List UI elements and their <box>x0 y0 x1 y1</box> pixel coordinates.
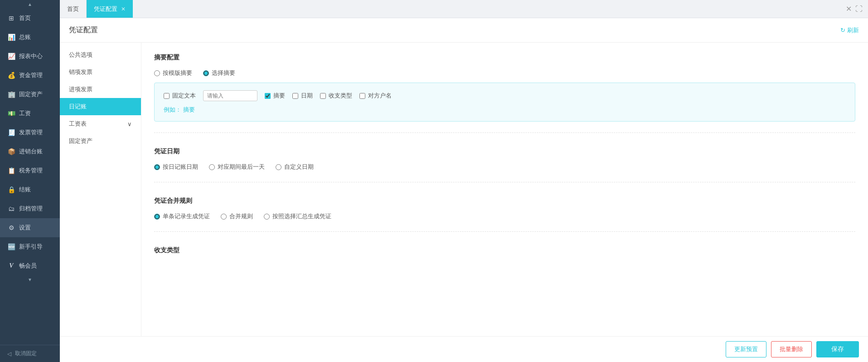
batch-delete-button[interactable]: 批量删除 <box>771 341 812 357</box>
radio-merge[interactable]: 合并规则 <box>221 212 253 220</box>
radio-merge-label: 合并规则 <box>229 212 253 220</box>
summary-config-title: 摘要配置 <box>154 54 855 62</box>
invoice-icon: 🧾 <box>7 129 15 136</box>
reports-icon: 📈 <box>7 53 15 60</box>
sidebar-item-label: 工资 <box>19 109 31 117</box>
summary-example: 例如： 摘要 <box>164 106 846 114</box>
sidebar-item-home[interactable]: ⊞ 首页 <box>0 9 60 28</box>
sidebar-item-purchase[interactable]: 📦 进销台账 <box>0 142 60 161</box>
sidebar-item-settings[interactable]: ⚙ 设置 <box>0 218 60 237</box>
sidebar-scroll-up[interactable]: ▲ <box>0 0 60 9</box>
sidebar-item-label: 资金管理 <box>19 71 43 79</box>
income-type-section: 收支类型 <box>154 246 855 273</box>
left-nav-public-label: 公共选项 <box>69 51 92 59</box>
window-expand-button[interactable]: ⛶ <box>855 5 863 13</box>
tab-actions: ✕ ⛶ <box>846 5 868 13</box>
sidebar-item-label: 归档管理 <box>19 205 43 213</box>
radio-summary-generate[interactable]: 按照选择汇总生成凭证 <box>264 212 331 220</box>
summary-mode-radio-group: 按模版摘要 选择摘要 <box>154 69 855 77</box>
guide-icon: 🆕 <box>7 243 15 250</box>
vip-icon: V <box>7 262 15 269</box>
checkbox-date[interactable]: 日期 <box>292 92 313 100</box>
left-nav-fixed-assets-label: 固定资产 <box>69 137 92 145</box>
voucher-date-radio-group: 按日记账日期 对应期间最后一天 自定义日期 <box>154 163 855 171</box>
sidebar-item-funds[interactable]: 💰 资金管理 <box>0 66 60 85</box>
window-close-button[interactable]: ✕ <box>846 5 852 13</box>
left-nav-payroll[interactable]: 工资表 ∨ <box>60 115 141 132</box>
checkbox-summary[interactable]: 摘要 <box>265 92 285 100</box>
radio-select-summary[interactable]: 选择摘要 <box>203 69 235 77</box>
update-preview-button[interactable]: 更新预置 <box>726 341 766 357</box>
right-content: 摘要配置 按模版摘要 选择摘要 固定文本 <box>141 43 868 336</box>
archive-icon: 🗂 <box>7 205 15 212</box>
sidebar-item-ledger[interactable]: 📊 总账 <box>0 28 60 47</box>
tab-bar: 首页 凭证配置 ✕ ✕ ⛶ <box>60 0 868 18</box>
sidebar-item-label: 固定资产 <box>19 90 43 98</box>
radio-single[interactable]: 单条记录生成凭证 <box>154 212 210 220</box>
tab-close-button[interactable]: ✕ <box>121 6 126 12</box>
voucher-date-section: 凭证日期 按日记账日期 对应期间最后一天 自定义日期 <box>154 147 855 182</box>
sidebar-item-label: 设置 <box>19 224 31 232</box>
sidebar-item-invoice[interactable]: 🧾 发票管理 <box>0 123 60 142</box>
sidebar: ▲ ⊞ 首页 📊 总账 📈 报表中心 💰 资金管理 🏢 固定资产 💵 工资 🧾 … <box>0 0 60 362</box>
sidebar-item-vip[interactable]: V 畅会员 <box>0 256 60 275</box>
content-layout: 公共选项 销项发票 进项发票 日记账 工资表 ∨ 固定资产 摘要配置 <box>60 43 868 336</box>
radio-journal-date[interactable]: 按日记账日期 <box>154 163 198 171</box>
tab-home[interactable]: 首页 <box>60 0 87 18</box>
refresh-button[interactable]: ↻ 刷新 <box>840 26 859 34</box>
checkbox-counterparty-label: 对方户名 <box>368 92 392 100</box>
radio-period-last[interactable]: 对应期间最后一天 <box>209 163 265 171</box>
summary-config-section: 摘要配置 按模版摘要 选择摘要 固定文本 <box>154 54 855 133</box>
ledger-icon: 📊 <box>7 34 15 41</box>
sidebar-item-label: 新手引导 <box>19 243 43 251</box>
settings-icon: ⚙ <box>7 224 15 231</box>
tab-home-label: 首页 <box>67 5 79 13</box>
fixed-text-input[interactable] <box>203 90 257 101</box>
sidebar-item-salary[interactable]: 💵 工资 <box>0 104 60 123</box>
merge-rule-radio-group: 单条记录生成凭证 合并规则 按照选择汇总生成凭证 <box>154 212 855 220</box>
left-nav-fixed-assets[interactable]: 固定资产 <box>60 132 141 150</box>
tax-icon: 📋 <box>7 167 15 174</box>
merge-rule-section: 凭证合并规则 单条记录生成凭证 合并规则 按照选择汇总生成凭证 <box>154 197 855 232</box>
sidebar-cancel-pin[interactable]: ◁ 取消固定 <box>0 345 60 362</box>
cancel-pin-label: 取消固定 <box>15 350 37 357</box>
bottom-bar: 更新预置 批量删除 保存 <box>60 336 868 362</box>
tab-voucher-config[interactable]: 凭证配置 ✕ <box>87 0 133 18</box>
checkbox-income-type-label: 收支类型 <box>329 92 352 100</box>
sidebar-item-archive[interactable]: 🗂 归档管理 <box>0 199 60 218</box>
left-nav-purchase-invoice[interactable]: 进项发票 <box>60 81 141 98</box>
sidebar-item-assets[interactable]: 🏢 固定资产 <box>0 85 60 104</box>
sidebar-scroll-down[interactable]: ▼ <box>0 275 60 284</box>
left-nav-sales-invoice-label: 销项发票 <box>69 68 92 76</box>
sidebar-item-label: 结账 <box>19 186 31 194</box>
page-header: 凭证配置 ↻ 刷新 <box>60 18 868 43</box>
pin-icon: ◁ <box>7 351 11 357</box>
checkbox-date-label: 日期 <box>301 92 313 100</box>
purchase-icon: 📦 <box>7 148 15 155</box>
radio-summary-generate-label: 按照选择汇总生成凭证 <box>272 212 331 220</box>
left-nav-public[interactable]: 公共选项 <box>60 46 141 64</box>
sidebar-item-label: 首页 <box>19 14 31 22</box>
funds-icon: 💰 <box>7 72 15 79</box>
radio-template-label: 按模版摘要 <box>163 69 192 77</box>
summary-checkboxes-row: 固定文本 摘要 日期 收支类型 <box>164 90 846 101</box>
left-nav-journal[interactable]: 日记账 <box>60 98 141 115</box>
closing-icon: 🔒 <box>7 186 15 193</box>
save-button[interactable]: 保存 <box>816 341 859 357</box>
assets-icon: 🏢 <box>7 91 15 98</box>
checkbox-income-type[interactable]: 收支类型 <box>320 92 352 100</box>
radio-custom-date[interactable]: 自定义日期 <box>276 163 314 171</box>
checkbox-counterparty[interactable]: 对方户名 <box>359 92 392 100</box>
sidebar-item-closing[interactable]: 🔒 结账 <box>0 180 60 199</box>
sidebar-item-tax[interactable]: 📋 税务管理 <box>0 161 60 180</box>
left-nav-sales-invoice[interactable]: 销项发票 <box>60 64 141 81</box>
left-nav-payroll-label: 工资表 <box>69 120 87 128</box>
sidebar-item-reports[interactable]: 📈 报表中心 <box>0 47 60 66</box>
main-area: 首页 凭证配置 ✕ ✕ ⛶ 凭证配置 ↻ 刷新 公共选项 销项发票 进 <box>60 0 868 362</box>
radio-template-summary[interactable]: 按模版摘要 <box>154 69 192 77</box>
checkbox-fixed-text[interactable]: 固定文本 <box>164 92 196 100</box>
checkbox-fixed-text-label: 固定文本 <box>172 92 196 100</box>
radio-period-last-label: 对应期间最后一天 <box>218 163 265 171</box>
sidebar-item-guide[interactable]: 🆕 新手引导 <box>0 237 60 256</box>
income-type-title: 收支类型 <box>154 246 855 254</box>
